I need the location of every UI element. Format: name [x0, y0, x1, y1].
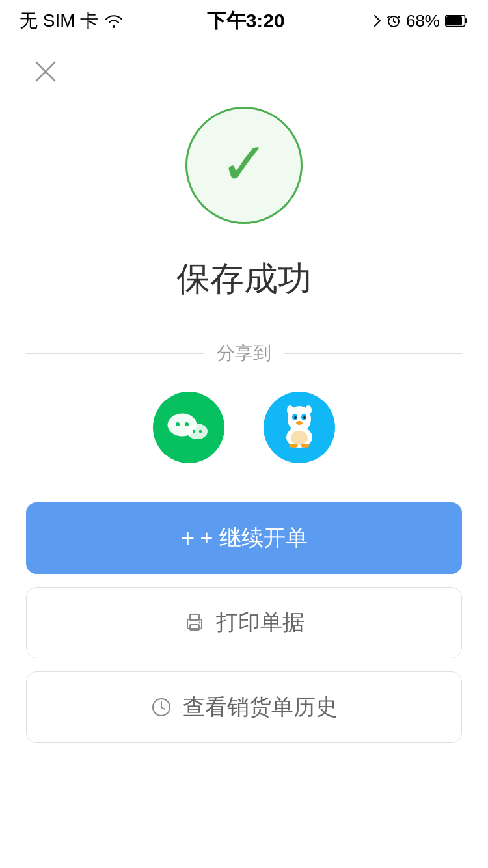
history-label: 查看销货单历史: [183, 692, 338, 722]
svg-point-15: [294, 416, 297, 419]
wifi-icon: [105, 14, 123, 28]
status-time: 下午3:20: [207, 8, 285, 34]
svg-point-17: [296, 421, 303, 425]
alarm-icon: [386, 14, 401, 28]
success-title: 保存成功: [176, 256, 312, 302]
continue-icon: +: [180, 524, 195, 552]
svg-point-7: [176, 422, 180, 426]
print-label: 打印单据: [216, 608, 305, 638]
success-circle: ✓: [185, 107, 303, 224]
close-icon: [34, 60, 57, 83]
close-button[interactable]: [26, 52, 65, 91]
svg-point-10: [193, 430, 195, 433]
svg-point-19: [291, 431, 308, 445]
wechat-share-button[interactable]: [153, 392, 224, 463]
share-divider: 分享到: [0, 341, 488, 366]
svg-point-16: [303, 416, 306, 419]
status-left: 无 SIM 卡: [20, 8, 123, 33]
share-section: 分享到: [0, 341, 488, 463]
share-icons: [153, 392, 335, 463]
divider-right: [284, 353, 462, 354]
history-button[interactable]: 查看销货单历史: [26, 671, 462, 743]
status-right: 68%: [368, 11, 468, 31]
svg-point-11: [199, 430, 202, 433]
svg-rect-2: [446, 16, 462, 25]
svg-point-20: [289, 444, 298, 448]
battery-text: 68%: [406, 11, 440, 31]
history-icon: [150, 696, 172, 718]
print-button[interactable]: 打印单据: [26, 587, 462, 658]
svg-point-22: [287, 405, 293, 414]
continue-label: + 继续开单: [200, 523, 307, 553]
share-label: 分享到: [204, 341, 284, 366]
main-content: ✓ 保存成功 分享到: [0, 42, 488, 743]
wechat-icon: [166, 408, 211, 447]
checkmark-icon: ✓: [220, 135, 269, 193]
qq-share-button[interactable]: [264, 392, 335, 463]
status-bar: 无 SIM 卡 下午3:20 68%: [0, 0, 488, 42]
svg-point-8: [185, 422, 189, 426]
sim-text: 无 SIM 卡: [20, 8, 98, 33]
buttons-section: + + 继续开单 打印单据 查看销货单历史: [0, 502, 488, 743]
battery-icon: [445, 15, 468, 27]
print-icon: [183, 612, 206, 634]
svg-point-27: [199, 622, 201, 624]
location-icon: [368, 14, 381, 27]
qq-icon: [278, 405, 321, 450]
svg-point-21: [301, 444, 310, 448]
continue-button[interactable]: + + 继续开单: [26, 502, 462, 574]
svg-point-23: [305, 405, 312, 414]
svg-point-9: [187, 424, 208, 439]
divider-left: [26, 353, 204, 354]
